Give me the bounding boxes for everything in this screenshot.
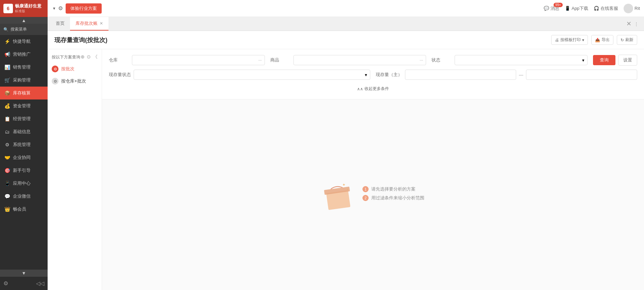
nav-icon-member: 👑: [4, 206, 10, 212]
collapse-panel-icon[interactable]: 《: [93, 54, 98, 60]
sidebar-scroll-down[interactable]: ▼: [0, 270, 48, 276]
panel-header: 按以下方案查询 ⊕ ⊙ 《: [48, 53, 102, 63]
nav-icon-finance: 💰: [4, 103, 10, 109]
chevron-down-icon: ▾: [365, 72, 367, 77]
sidebar-nav: ⚡ 快捷导航 📢 营销推广 📊 销售管理 🛒 采购管理 📦 库存核算 💰 资金管…: [0, 35, 48, 270]
nav-label-operations: 经营管理: [13, 116, 31, 122]
chevron-down-icon: ▾: [53, 6, 55, 11]
warehouse-filter-group: 仓库 ···: [109, 55, 265, 65]
export-btn[interactable]: 📤 导出: [591, 35, 613, 45]
sidebar-scroll-up[interactable]: ▲: [0, 17, 48, 24]
print-label: 按模板打印: [560, 37, 581, 43]
filter-settings-btn[interactable]: 设置: [618, 55, 637, 66]
inventory-qty-to[interactable]: [526, 70, 637, 80]
sidebar-header: 6 畅康通好生意 标准版: [0, 0, 48, 17]
nav-label-sales: 销售管理: [13, 64, 31, 70]
app-download-btn[interactable]: 📱 App下载: [565, 5, 588, 12]
nav-icon-marketing: 📢: [4, 51, 10, 57]
sidebar-item-inventory[interactable]: 📦 库存核算: [0, 87, 48, 99]
messages-btn[interactable]: 💬 消息 99+: [544, 5, 559, 12]
empty-state: ✦ ✦ 1 请先选择要分析的方案 2 用过滤条件来缩小分析范围: [102, 99, 644, 290]
experience-btn[interactable]: 体验行业方案: [66, 3, 102, 14]
inventory-qty-range: —: [405, 70, 637, 80]
settings-icon[interactable]: ⚙: [3, 280, 8, 287]
nav-icon-apps: 📱: [4, 180, 10, 186]
tab-inventory-batch[interactable]: 库存批次账 ✕: [70, 17, 108, 31]
user-name: Rit: [634, 6, 640, 11]
nav-icon-sales: 📊: [4, 64, 10, 70]
nav-label-quick-nav: 快捷导航: [13, 38, 31, 44]
chevron-down-icon: ▾: [582, 58, 584, 63]
filter-area: 仓库 ··· 商品 ··· 状态: [102, 49, 644, 99]
sidebar-item-newbie[interactable]: 🎯 新手引导: [0, 164, 48, 177]
hint-num-2: 2: [362, 195, 369, 201]
scheme-item-by-batch[interactable]: ⊙ 按批次: [48, 63, 102, 75]
tab-close-btn[interactable]: ✕: [100, 21, 103, 26]
warehouse-label: 仓库: [109, 57, 129, 63]
tabbar: 首页 库存批次账 ✕ ✕ ⋮: [48, 17, 644, 31]
tab-inventory-batch-label: 库存批次账: [75, 20, 98, 26]
sidebar-item-quick-nav[interactable]: ⚡ 快捷导航: [0, 35, 48, 48]
add-scheme-icon[interactable]: ⊕: [81, 54, 85, 60]
app-version: 标准版: [15, 9, 41, 14]
sidebar-item-marketing[interactable]: 📢 营销推广: [0, 48, 48, 61]
page-actions: 🖨 按模板打印 ▾ 📤 导出 ↻ 刷新: [551, 35, 637, 45]
page-header: 现存量查询(按批次) 🖨 按模板打印 ▾ 📤 导出 ↻ 刷新: [48, 31, 644, 49]
gear-icon[interactable]: ⚙: [58, 5, 63, 12]
sidebar-item-system[interactable]: ⚙ 系统管理: [0, 138, 48, 151]
refresh-icon: ↻: [621, 38, 624, 42]
query-btn[interactable]: 查询: [593, 55, 615, 65]
nav-label-apps: 应用中心: [13, 180, 31, 186]
filter-row-1: 仓库 ··· 商品 ··· 状态: [109, 55, 637, 66]
filter-row-2: 现存量状态 ▾ 现存量（主） —: [109, 70, 637, 80]
product-label: 商品: [270, 57, 291, 63]
message-icon: 💬: [544, 6, 549, 11]
left-panel: 按以下方案查询 ⊕ ⊙ 《 ⊙ 按批次 ⊙ 按仓库+批次: [48, 49, 102, 290]
status-select[interactable]: ▾: [455, 55, 588, 65]
right-panel: 仓库 ··· 商品 ··· 状态: [102, 49, 644, 290]
refresh-label: 刷新: [625, 37, 633, 43]
scheme-item-by-warehouse-batch[interactable]: ⊙ 按仓库+批次: [48, 75, 102, 87]
app-name-group: 畅康通好生意 标准版: [15, 3, 41, 14]
sidebar-item-operations[interactable]: 📋 经营管理: [0, 112, 48, 125]
print-btn[interactable]: 🖨 按模板打印 ▾: [551, 35, 588, 45]
product-input[interactable]: ···: [293, 55, 426, 65]
collapse-btn[interactable]: ∧∧ 收起更多条件: [109, 84, 637, 94]
inventory-qty-from[interactable]: [405, 70, 516, 80]
sidebar-search[interactable]: 🔍 搜索菜单: [0, 24, 48, 35]
sidebar-item-wechat[interactable]: 💬 企业微信: [0, 190, 48, 203]
tab-home[interactable]: 首页: [50, 17, 70, 31]
topbar-dropdown[interactable]: ▾: [52, 6, 55, 11]
warehouse-input[interactable]: ···: [132, 55, 265, 65]
status-label: 状态: [431, 57, 452, 63]
messages-badge: 99+: [554, 3, 563, 7]
online-service-label: 在线客服: [600, 5, 618, 12]
online-service-btn[interactable]: 🎧 在线客服: [594, 5, 618, 12]
sidebar-item-enterprise[interactable]: 🤝 企业协同: [0, 151, 48, 164]
filter-action-buttons: 查询 设置: [593, 55, 637, 66]
inventory-status-select[interactable]: ▾: [134, 70, 370, 80]
user-avatar-btn[interactable]: Rit: [624, 4, 640, 13]
topbar-left: ▾ ⚙ 体验行业方案: [52, 3, 541, 14]
avatar: [624, 4, 633, 13]
sidebar-item-purchase[interactable]: 🛒 采购管理: [0, 74, 48, 87]
sidebar-item-apps[interactable]: 📱 应用中心: [0, 177, 48, 190]
sidebar-item-sales[interactable]: 📊 销售管理: [0, 61, 48, 74]
window-close-icon[interactable]: ✕: [625, 20, 633, 28]
nav-label-wechat: 企业微信: [13, 193, 31, 199]
sidebar-item-finance[interactable]: 💰 资金管理: [0, 99, 48, 112]
product-more-icon[interactable]: ···: [420, 58, 423, 62]
nav-icon-quick-nav: ⚡: [4, 38, 10, 44]
settings-scheme-icon[interactable]: ⊙: [87, 54, 91, 60]
warehouse-more-icon[interactable]: ···: [258, 58, 262, 62]
sidebar-item-basic[interactable]: 🗂 基础信息: [0, 125, 48, 138]
collapse-sidebar-icon[interactable]: ◁◁: [36, 280, 44, 287]
export-label: 导出: [601, 37, 610, 43]
empty-hint-2: 2 用过滤条件来缩小分析范围: [362, 195, 424, 201]
scheme-icon-gray: ⊙: [52, 78, 58, 85]
nav-icon-basic: 🗂: [4, 129, 10, 135]
hint-text-1: 请先选择要分析的方案: [371, 186, 416, 192]
refresh-btn[interactable]: ↻ 刷新: [617, 35, 637, 45]
sidebar-item-member[interactable]: 👑 畅会员: [0, 203, 48, 216]
expand-icon[interactable]: ⋮: [634, 21, 639, 26]
